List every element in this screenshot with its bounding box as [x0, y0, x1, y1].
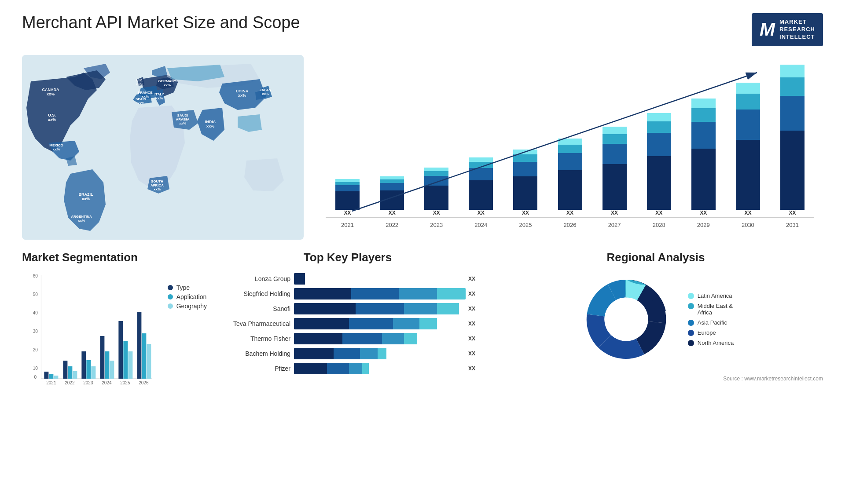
svg-text:10: 10 [33, 366, 38, 371]
svg-text:xx%: xx% [53, 147, 60, 151]
svg-text:xx%: xx% [179, 121, 186, 125]
svg-text:2026: 2026 [139, 380, 149, 385]
bar-segment [558, 153, 582, 170]
player-name: Bachem Holding [220, 350, 290, 357]
bottom-grid: Market Segmentation 60 50 40 30 20 10 0 [22, 251, 823, 385]
legend-asia-pacific: Asia Pacific [688, 319, 734, 326]
bar-segment [469, 162, 493, 168]
player-xx-label: XX [468, 365, 475, 372]
svg-rect-56 [118, 321, 123, 379]
player-bar-segment [362, 363, 369, 374]
regional-title: Regional Analysis [489, 251, 823, 264]
player-bar-track [294, 273, 466, 285]
player-bar-container: XX [294, 348, 475, 359]
bar-segment [424, 171, 448, 176]
regional-legend: Latin America Middle East &Africa Asia P… [688, 292, 734, 346]
bar-segment [335, 185, 360, 191]
bar-segment [603, 127, 627, 134]
bar-segment [603, 134, 627, 144]
svg-text:SOUTH: SOUTH [151, 179, 163, 183]
player-bar-segment [360, 348, 378, 359]
svg-text:CHINA: CHINA [236, 89, 249, 93]
bar-segment [780, 131, 805, 210]
svg-text:2023: 2023 [83, 380, 93, 385]
player-bar-segment [342, 333, 382, 344]
svg-text:xx%: xx% [154, 187, 161, 191]
application-dot [168, 294, 173, 299]
svg-rect-54 [105, 351, 109, 379]
svg-rect-48 [68, 366, 72, 379]
player-bar-segment [294, 273, 305, 285]
svg-text:xx%: xx% [137, 101, 144, 105]
bar-segment [513, 154, 537, 162]
legend-application: Application [168, 293, 207, 300]
player-name: Teva Pharmaceutical [220, 320, 290, 327]
world-map-section: CANADA xx% U.S. xx% MEXICO xx% BRAZIL xx… [22, 55, 304, 240]
growth-bars-container: XXXXXXXXXXXXXXXXXXXXXX [326, 59, 814, 218]
player-name: Sanofi [220, 305, 290, 312]
player-bar-segment [378, 348, 386, 359]
svg-text:20: 20 [33, 347, 38, 352]
svg-text:xx%: xx% [262, 92, 269, 96]
xx-label: XX [789, 210, 796, 216]
svg-text:SPAIN: SPAIN [136, 97, 146, 101]
svg-text:xx%: xx% [238, 93, 246, 98]
bar-segment [380, 179, 404, 183]
growth-chart-wrapper: XXXXXXXXXXXXXXXXXXXXXX 20212022202320242… [326, 59, 814, 231]
bar-segment [603, 144, 627, 164]
bar-segment [647, 156, 671, 210]
year-label: 2027 [595, 222, 634, 228]
growth-bar-group: XX [417, 168, 456, 217]
legend-geography: Geography [168, 303, 207, 310]
player-bar-segment [349, 318, 393, 329]
logo-letter: M [760, 19, 775, 40]
bar-segment [513, 162, 537, 176]
svg-text:0: 0 [34, 375, 37, 380]
bar-segment [691, 149, 716, 210]
xx-label: XX [655, 210, 662, 216]
bar-stack [558, 139, 582, 210]
bar-segment [780, 77, 805, 96]
xx-label: XX [389, 210, 396, 216]
svg-text:ARABIA: ARABIA [176, 117, 189, 121]
bar-stack [335, 179, 360, 210]
donut-chart [578, 271, 675, 368]
seg-chart: 60 50 40 30 20 10 0 [22, 271, 159, 385]
growth-bar-group: XX [506, 150, 545, 217]
year-label: 2021 [328, 222, 367, 228]
donut-segments [587, 280, 666, 359]
svg-text:xx%: xx% [78, 219, 85, 223]
bar-segment [691, 108, 716, 122]
year-label: 2030 [728, 222, 768, 228]
player-bar-segment [399, 288, 437, 299]
player-row: Bachem HoldingXX [220, 348, 475, 359]
north-america-dot [688, 340, 694, 346]
player-bar-segment [437, 288, 466, 299]
growth-bar-group: XX [328, 179, 367, 217]
player-xx-label: XX [468, 321, 475, 327]
xx-label: XX [700, 210, 707, 216]
geography-dot [168, 303, 173, 309]
player-bar-segment [349, 363, 362, 374]
bar-stack [780, 65, 805, 210]
player-name: Pfizer [220, 365, 290, 372]
growth-bar-group: XX [550, 139, 589, 217]
world-map-svg: CANADA xx% U.S. xx% MEXICO xx% BRAZIL xx… [22, 55, 304, 240]
svg-text:xx%: xx% [136, 82, 143, 86]
player-xx-label: XX [468, 351, 475, 357]
year-label: 2025 [506, 222, 545, 228]
player-bar-container: XX [294, 273, 475, 285]
bar-stack [603, 127, 627, 210]
xx-label: XX [433, 210, 440, 216]
svg-text:xx%: xx% [164, 83, 171, 87]
growth-bar-group: XX [684, 99, 723, 217]
player-name: Siegfried Holding [220, 290, 290, 297]
year-label: 2028 [639, 222, 679, 228]
bar-stack [424, 168, 448, 210]
xx-label: XX [344, 210, 351, 216]
bar-segment [736, 140, 760, 210]
xx-label: XX [611, 210, 618, 216]
player-bar-segment [294, 363, 327, 374]
bar-stack [736, 83, 760, 210]
player-bar-segment [294, 303, 356, 314]
